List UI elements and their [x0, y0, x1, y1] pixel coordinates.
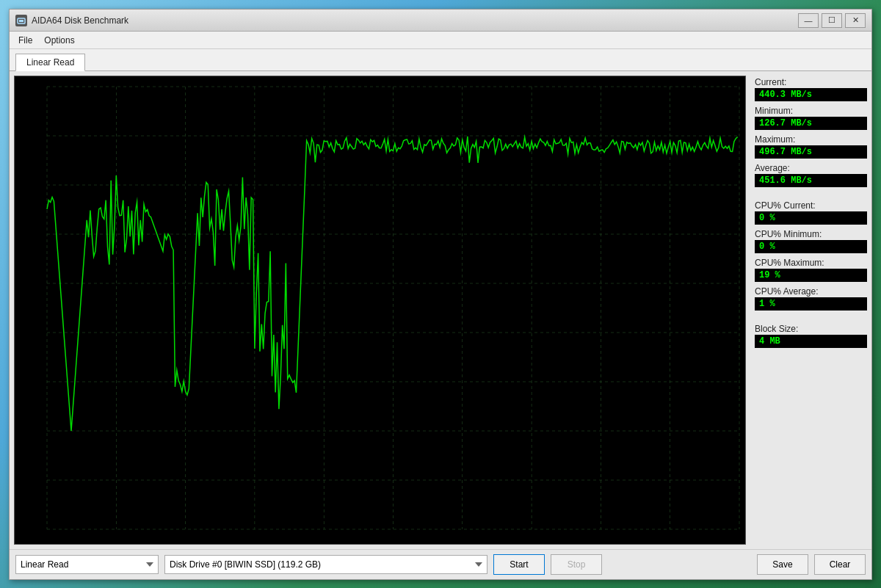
stat-current-label: Current: [755, 77, 867, 87]
minimize-button[interactable]: — [798, 13, 819, 28]
stat-current-value: 440.3 MB/s [755, 88, 867, 101]
stat-cpu-maximum-group: CPU% Maximum: 19 % [755, 258, 867, 282]
menu-bar: File Options [10, 32, 871, 49]
menu-file[interactable]: File [12, 34, 38, 47]
stat-cpu-minimum-group: CPU% Minimum: 0 % [755, 229, 867, 253]
title-bar: AIDA64 Disk Benchmark — ☐ ✕ [10, 10, 871, 32]
maximize-button[interactable]: ☐ [822, 13, 842, 28]
stop-button[interactable]: Stop [551, 554, 602, 575]
stat-minimum-value: 126.7 MB/s [755, 117, 867, 130]
menu-options[interactable]: Options [38, 34, 80, 47]
stat-average-label: Average: [755, 163, 867, 173]
close-button[interactable]: ✕ [845, 13, 866, 28]
stat-cpu-maximum-label: CPU% Maximum: [755, 258, 867, 268]
stat-minimum-label: Minimum: [755, 106, 867, 116]
stat-cpu-average-label: CPU% Average: [755, 286, 867, 297]
chart-section: MB/s 567 504 441 378 315 252 189 126 63 … [10, 71, 750, 549]
window-controls: — ☐ ✕ [798, 13, 866, 28]
stat-cpu-minimum-label: CPU% Minimum: [755, 229, 867, 239]
stat-cpu-maximum-value: 19 % [755, 269, 867, 282]
disk-select[interactable]: Disk Drive #0 [BIWIN SSD] (119.2 GB) [164, 555, 487, 574]
stats-panel: Current: 440.3 MB/s Minimum: 126.7 MB/s … [750, 71, 871, 549]
tab-area: Linear Read [10, 49, 871, 70]
main-window: AIDA64 Disk Benchmark — ☐ ✕ File Options… [9, 9, 872, 580]
bottom-bar: Linear Read Linear Write Random Read Ran… [10, 549, 871, 579]
stat-cpu-current-label: CPU% Current: [755, 200, 867, 211]
stat-average-value: 451.6 MB/s [755, 174, 867, 187]
chart-container: MB/s 567 504 441 378 315 252 189 126 63 … [14, 76, 746, 545]
stat-maximum-group: Maximum: 496.7 MB/s [755, 134, 867, 159]
stat-cpu-average-value: 1 % [755, 297, 867, 311]
stat-block-size-value: 4 MB [755, 335, 867, 348]
benchmark-chart [15, 76, 745, 544]
clear-button[interactable]: Clear [814, 554, 866, 575]
stat-current-group: Current: 440.3 MB/s [755, 77, 867, 101]
main-content: MB/s 567 504 441 378 315 252 189 126 63 … [10, 70, 871, 549]
stat-cpu-current-value: 0 % [755, 211, 867, 225]
stat-average-group: Average: 451.6 MB/s [755, 163, 867, 187]
stat-maximum-value: 496.7 MB/s [755, 145, 867, 159]
stat-minimum-group: Minimum: 126.7 MB/s [755, 106, 867, 130]
window-title: AIDA64 Disk Benchmark [32, 15, 798, 26]
tab-linear-read[interactable]: Linear Read [15, 54, 85, 71]
stat-block-size-group: Block Size: 4 MB [755, 324, 867, 348]
start-button[interactable]: Start [493, 554, 545, 575]
save-button[interactable]: Save [757, 554, 808, 575]
app-icon [15, 15, 27, 26]
stat-block-size-label: Block Size: [755, 324, 867, 334]
test-type-select[interactable]: Linear Read Linear Write Random Read Ran… [15, 555, 159, 574]
svg-rect-1 [19, 20, 23, 22]
stat-cpu-average-group: CPU% Average: 1 % [755, 286, 867, 311]
stat-cpu-minimum-value: 0 % [755, 240, 867, 253]
stat-cpu-current-group: CPU% Current: 0 % [755, 200, 867, 225]
stat-maximum-label: Maximum: [755, 134, 867, 145]
